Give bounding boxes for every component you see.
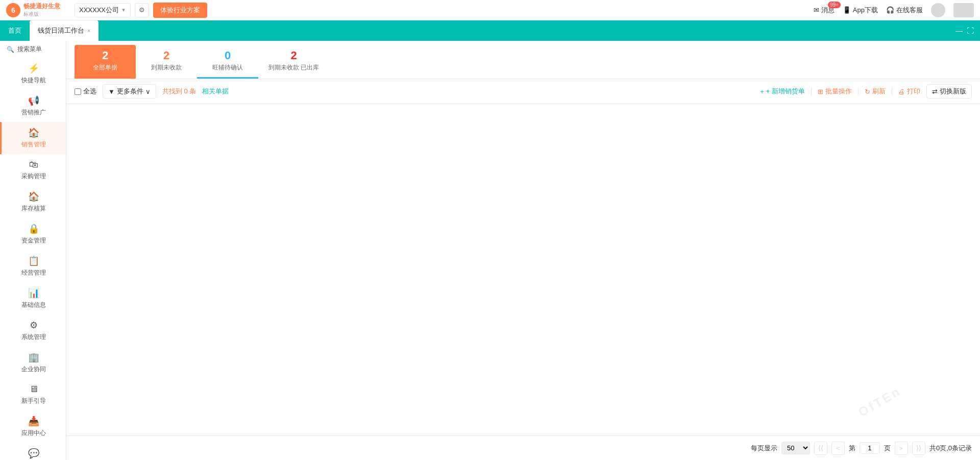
close-tab-icon[interactable]: ×: [87, 28, 90, 34]
toolbar-divider: [811, 87, 812, 95]
sidebar-item-operation[interactable]: 📋 经营管理: [0, 250, 66, 282]
sidebar: 🔍 搜索菜单 ⚡ 快捷导航 📢 营销推广 🏠 销售管理 🛍 采购管理 🏠 库存核…: [0, 41, 66, 460]
print-label: 打印: [907, 87, 920, 96]
sidebar-item-purchase[interactable]: 🛍 采购管理: [0, 154, 66, 186]
add-order-button[interactable]: + + 新增销货单: [760, 87, 805, 96]
sidebar-item-label: 营销推广: [21, 108, 46, 117]
settings-button[interactable]: ⚙: [135, 3, 149, 17]
pagination-bar: 每页显示 50 100 200 ⟨⟨ ＜ 第 页 ＞ ⟩⟩ 共0页,0条记录: [66, 435, 980, 460]
stat-label-all: 全部单据: [85, 63, 126, 72]
guide-icon: 🖥: [29, 384, 38, 395]
batch-icon: ⊞: [818, 88, 823, 95]
add-icon: +: [760, 88, 764, 95]
basic-icon: 📊: [28, 287, 39, 299]
purchase-icon: 🛍: [29, 159, 38, 170]
stat-tab-overdue-out[interactable]: 2 到期未收款 已出库: [258, 45, 329, 79]
stats-tabs: 2 全部单据 2 到期未收款 0 旺辅待确认 2 到期未收款 已出库: [66, 41, 980, 79]
company-name: XXXXXX公司: [79, 6, 119, 15]
nav-tab-active[interactable]: 钱货日清工作台 ×: [30, 20, 99, 41]
print-button[interactable]: 🖨 打印: [898, 87, 920, 96]
maximize-window-icon[interactable]: ⛶: [967, 27, 974, 35]
sidebar-item-quick-nav[interactable]: ⚡ 快捷导航: [0, 58, 66, 90]
company-selector[interactable]: XXXXXX公司 ▼: [75, 3, 131, 17]
add-label: + 新增销货单: [766, 87, 805, 96]
stat-num-pending: 0: [207, 49, 248, 62]
print-icon: 🖨: [898, 88, 905, 95]
refresh-label: 刷新: [872, 87, 886, 96]
sidebar-item-marketing[interactable]: 📢 营销推广: [0, 90, 66, 122]
switch-icon: ⇄: [932, 88, 938, 95]
batch-button[interactable]: ⊞ 批量操作: [818, 87, 852, 96]
sidebar-item-wechat[interactable]: 💬 企业微信: [0, 443, 66, 460]
per-page-select[interactable]: 50 100 200: [781, 442, 810, 454]
sidebar-item-label: 新手引导: [21, 397, 46, 405]
page-input[interactable]: [860, 442, 880, 454]
trial-button[interactable]: 体验行业方案: [153, 3, 207, 18]
home-tab-label: 首页: [8, 26, 21, 35]
related-orders-link[interactable]: 相关单据: [202, 87, 229, 96]
sidebar-item-system[interactable]: ⚙ 系统管理: [0, 314, 66, 347]
content-area: 2 全部单据 2 到期未收款 0 旺辅待确认 2 到期未收款 已出库 全选: [66, 41, 980, 460]
found-prefix: 共找到: [162, 87, 182, 95]
logo-area: 6 畅捷通好生意 标准版: [6, 2, 60, 18]
next-page-button[interactable]: ＞: [895, 442, 908, 455]
wechat-icon: 💬: [28, 448, 39, 459]
refresh-icon: ↻: [865, 88, 870, 95]
marketing-icon: 📢: [28, 95, 39, 106]
sidebar-item-label: 快捷导航: [21, 76, 46, 85]
stat-label-overdue: 到期未收款: [146, 63, 187, 72]
online-service-button[interactable]: 🎧 在线客服: [886, 6, 923, 15]
select-all-label: 全选: [83, 87, 96, 96]
search-label: 搜索菜单: [17, 45, 42, 54]
sidebar-item-label: 采购管理: [21, 172, 46, 181]
avatar[interactable]: [931, 3, 945, 17]
nav-tab-home[interactable]: 首页: [0, 20, 30, 41]
message-icon: ✉: [814, 6, 819, 14]
refresh-button[interactable]: ↻ 刷新: [865, 87, 886, 96]
select-all-checkbox[interactable]: 全选: [75, 87, 96, 96]
sidebar-item-label: 系统管理: [21, 333, 46, 342]
company-arrow-icon: ▼: [121, 7, 126, 13]
minimize-window-icon[interactable]: —: [955, 27, 963, 35]
sidebar-item-inventory[interactable]: 🏠 库存核算: [0, 186, 66, 218]
batch-label: 批量操作: [825, 87, 852, 96]
appstore-icon: 📥: [28, 416, 39, 427]
download-icon: 📱: [843, 6, 851, 14]
settings-icon: ⚙: [139, 6, 145, 14]
page-suffix: 页: [884, 444, 891, 453]
active-tab-label: 钱货日清工作台: [38, 26, 84, 35]
logo-text: 畅捷通好生意 标准版: [23, 2, 60, 18]
user-name[interactable]: [953, 3, 974, 17]
sidebar-search[interactable]: 🔍 搜索菜单: [0, 41, 66, 58]
sidebar-item-sales[interactable]: 🏠 销售管理: [0, 122, 66, 154]
last-page-button[interactable]: ⟩⟩: [912, 442, 925, 455]
toolbar-left: 全选 ▼ 更多条件 ∨ 共找到 0 条 相关单据: [75, 84, 229, 99]
sidebar-item-finance[interactable]: 🔒 资金管理: [0, 218, 66, 250]
total-label: 共0页,0条记录: [929, 444, 972, 453]
sidebar-item-label: 基础信息: [21, 301, 46, 309]
select-all-input[interactable]: [75, 88, 81, 95]
app-download-button[interactable]: 📱 App下载: [843, 6, 878, 15]
sidebar-item-label: 企业协同: [21, 365, 46, 374]
switch-version-button[interactable]: ⇄ 切换新版: [926, 84, 972, 99]
first-page-button[interactable]: ⟨⟨: [814, 442, 827, 455]
found-text: 共找到 0 条: [162, 87, 196, 96]
sidebar-item-basic[interactable]: 📊 基础信息: [0, 282, 66, 314]
prev-page-button[interactable]: ＜: [831, 442, 845, 455]
stat-tab-pending[interactable]: 0 旺辅待确认: [197, 45, 258, 79]
service-icon: 🎧: [886, 6, 894, 14]
search-icon: 🔍: [7, 46, 14, 53]
filter-label: 更多条件: [117, 87, 143, 96]
stat-tab-all[interactable]: 2 全部单据: [75, 45, 136, 79]
inventory-icon: 🏠: [28, 191, 39, 202]
filter-button[interactable]: ▼ 更多条件 ∨: [103, 84, 156, 99]
system-icon: ⚙: [30, 320, 38, 331]
sidebar-item-appstore[interactable]: 📥 应用中心: [0, 410, 66, 443]
message-button[interactable]: ✉ 消息 99+: [814, 6, 835, 15]
stat-tab-overdue[interactable]: 2 到期未收款: [136, 45, 197, 79]
stat-label-overdue-out: 到期未收款 已出库: [268, 63, 319, 72]
online-service-label: 在线客服: [896, 6, 923, 15]
switch-label: 切换新版: [940, 87, 966, 96]
sidebar-item-guide[interactable]: 🖥 新手引导: [0, 379, 66, 410]
sidebar-item-coop[interactable]: 🏢 企业协同: [0, 347, 66, 379]
